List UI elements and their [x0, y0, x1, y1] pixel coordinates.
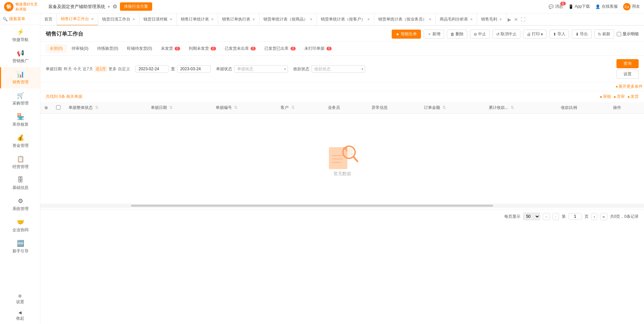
- stop-btn[interactable]: ⊘ 中止: [470, 30, 490, 39]
- sidebar-item-new-guide[interactable]: 🆕 新手引导: [0, 236, 40, 257]
- show-detail-checkbox[interactable]: [617, 32, 621, 36]
- sidebar-item-quick-nav[interactable]: ⚡ 快捷导航: [0, 25, 40, 46]
- th-collected[interactable]: 累计收款... ⇅: [485, 102, 557, 114]
- review-btn[interactable]: ● 审核: [600, 94, 611, 99]
- status-select[interactable]: 单据状态: [234, 65, 288, 73]
- tab-cash-reconcile[interactable]: 钱货日清对账 ✕: [139, 13, 177, 26]
- per-page-select[interactable]: 10 20 50 100: [523, 213, 540, 220]
- tab-close-all-btn[interactable]: ✕: [513, 17, 519, 22]
- delete-btn[interactable]: 🗑 删除: [447, 30, 467, 39]
- table-body: 暂无数据: [40, 114, 644, 204]
- app-download-btn[interactable]: 📱 App下载: [568, 4, 590, 9]
- sidebar-item-base-info[interactable]: 🗄 基础信息: [0, 173, 40, 194]
- gear-btn[interactable]: ⚙: [113, 3, 117, 10]
- print-btn[interactable]: 🖨 打印 ▾: [523, 30, 547, 39]
- filter-tab-all[interactable]: 全部(0): [46, 44, 67, 53]
- system-dropdown-btn[interactable]: ▾: [108, 4, 110, 9]
- tab-close-sales-workbench[interactable]: ✕: [91, 17, 94, 21]
- date-yesterday[interactable]: 昨天: [64, 66, 72, 72]
- tab-close-sales-order-exec[interactable]: ✕: [252, 17, 255, 21]
- page-number-input[interactable]: [568, 213, 582, 220]
- query-btn[interactable]: 查询: [616, 59, 639, 68]
- online-service-btn[interactable]: 👤 在线客服: [595, 4, 618, 9]
- th-date[interactable]: 单据日期 ⇅: [147, 102, 212, 114]
- settings-btn[interactable]: 设置: [616, 70, 639, 79]
- prev-page-btn[interactable]: ‹: [553, 213, 559, 220]
- unaudit-btn[interactable]: ● 弃审: [614, 94, 625, 99]
- show-detail-label[interactable]: 显示明细: [617, 31, 639, 37]
- th-amount[interactable]: 订单金额 ⇅: [420, 102, 485, 114]
- select-all-checkbox[interactable]: [56, 105, 60, 110]
- sidebar-search[interactable]: 🔍 搜索菜单: [0, 13, 40, 25]
- ship-btn[interactable]: ● 发货: [628, 94, 639, 99]
- refresh-btn[interactable]: ↻ 刷新: [594, 30, 614, 39]
- tab-sales-order-exec[interactable]: 销售订单执行表 ✕: [218, 13, 259, 26]
- th-settings[interactable]: ⚙: [40, 102, 52, 114]
- sidebar-item-ops[interactable]: 📋 经营管理: [0, 152, 40, 173]
- date-custom[interactable]: 自定义: [118, 66, 130, 72]
- tab-home[interactable]: 首页: [40, 13, 57, 26]
- tab-close-sales-stats-by-customer[interactable]: ✕: [367, 17, 370, 21]
- date-from-input[interactable]: [135, 65, 169, 73]
- import-btn[interactable]: ⬆ 导入: [549, 30, 569, 39]
- tab-sales-stats-by-product[interactable]: 销货单统计表（按商品） ✕: [259, 13, 317, 26]
- sidebar-collapse-btn[interactable]: ◀ 收起: [0, 308, 40, 324]
- first-page-btn[interactable]: «: [543, 213, 550, 220]
- sidebar-item-finance[interactable]: 💰 资金管理: [0, 131, 40, 152]
- tab-close-sales-profit[interactable]: ✕: [499, 17, 502, 21]
- trial-button[interactable]: 体验行业方案: [120, 2, 152, 11]
- tab-close-sales-stats-by-staff[interactable]: ✕: [429, 17, 431, 21]
- tab-sales-stats-by-staff[interactable]: 销货单统计表（按业务员） ✕: [374, 13, 436, 26]
- sidebar-item-marketing[interactable]: 📢 营销推广: [0, 46, 40, 67]
- tab-close-product-margin[interactable]: ✕: [470, 17, 473, 21]
- tab-product-margin[interactable]: 商品毛利分析表 ✕: [436, 13, 477, 26]
- th-abnormal[interactable]: 异常信息: [368, 102, 420, 114]
- tab-close-sales-stats-by-product[interactable]: ✕: [310, 17, 312, 21]
- th-ratio: 收款比例: [557, 102, 609, 114]
- export-btn[interactable]: ⬇ 导出: [572, 30, 592, 39]
- tab-scroll-right-btn[interactable]: ▶: [506, 17, 513, 22]
- tab-close-sales-order-stats[interactable]: ✕: [211, 17, 214, 21]
- date-more[interactable]: 更多: [109, 66, 117, 72]
- th-staff[interactable]: 业务员: [324, 102, 368, 114]
- sidebar-item-corp-collab[interactable]: 🤝 企业协同: [0, 215, 40, 236]
- sidebar-item-purchase[interactable]: 🛒 采购管理: [0, 88, 40, 110]
- tab-maximize-btn[interactable]: ⛶: [519, 17, 527, 22]
- filter-tab-wangpu-ship[interactable]: 旺铺待发货(0): [123, 44, 156, 53]
- add-btn[interactable]: ＋ 新增: [424, 30, 444, 39]
- date-today[interactable]: 今天: [73, 66, 81, 72]
- user-btn[interactable]: Ea 用友: [623, 3, 640, 10]
- filter-tab-not-printed[interactable]: 未打印单据 0: [300, 44, 336, 53]
- filter-tab-shipped-out[interactable]: 已发货已出库 0: [260, 44, 300, 53]
- tab-sales-workbench[interactable]: 销售订单工作台 ✕: [57, 13, 98, 26]
- date-to-input[interactable]: [177, 65, 211, 73]
- cancel-stop-btn[interactable]: ↺ 取消中止: [492, 30, 520, 39]
- filter-tab-not-shipped[interactable]: 未发货 0: [157, 44, 184, 53]
- sidebar-item-sales[interactable]: 📊 销售管理: [0, 67, 40, 88]
- horizontal-scrollbar[interactable]: [40, 204, 644, 208]
- smart-btn[interactable]: ★ 智能生单: [392, 30, 421, 39]
- sidebar-item-sys-mgmt[interactable]: ⚙ 系统管理: [0, 194, 40, 215]
- message-btn[interactable]: 💬 消息 6: [549, 4, 563, 9]
- last-page-btn[interactable]: »: [600, 213, 607, 220]
- th-customer[interactable]: 客户 ⇅: [276, 102, 324, 114]
- sidebar-item-inventory[interactable]: 🏪 库存核算: [0, 110, 40, 131]
- date-1month[interactable]: 近1月: [94, 66, 108, 72]
- filter-tab-overdue-not-shipped[interactable]: 到期未发货 0: [185, 44, 220, 53]
- payment-select[interactable]: 收款状态: [311, 65, 365, 73]
- tab-sales-order-stats[interactable]: 销售订单统计表 ✕: [177, 13, 218, 26]
- filter-tab-shipped-not-out[interactable]: 已发货未出库 0: [221, 44, 260, 53]
- expand-btn[interactable]: ▾ 展开更多条件: [616, 84, 643, 89]
- tab-close-cash-daily[interactable]: ✕: [132, 17, 135, 21]
- next-page-btn[interactable]: ›: [591, 213, 597, 220]
- th-status[interactable]: 单据整体状态 ⇅: [65, 102, 147, 114]
- tab-sales-profit[interactable]: 销售毛利 ✕: [477, 13, 506, 26]
- filter-tab-pending-inspect[interactable]: 待拣验货(0): [93, 44, 122, 53]
- filter-tab-pending-review[interactable]: 待审核(0): [68, 44, 93, 53]
- date-7days[interactable]: 近7天: [83, 66, 93, 72]
- tab-sales-stats-by-customer[interactable]: 销货单统计表（按客户） ✕: [317, 13, 374, 26]
- tab-cash-daily[interactable]: 钱货日清工作台 ✕: [98, 13, 139, 26]
- sidebar-settings-btn[interactable]: ⚙ 设置: [0, 291, 40, 308]
- th-number[interactable]: 单据编号 ⇅: [212, 102, 276, 114]
- tab-close-cash-reconcile[interactable]: ✕: [170, 17, 172, 21]
